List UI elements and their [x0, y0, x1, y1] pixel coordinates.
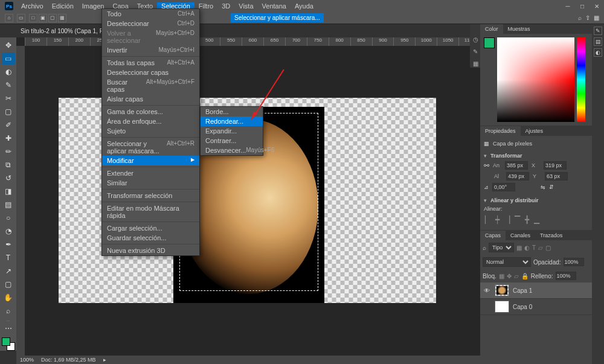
move-tool[interactable]: ✥ — [2, 39, 15, 51]
color-current-chip[interactable] — [484, 37, 495, 48]
brush-tool[interactable]: ✏ — [2, 145, 15, 158]
history-brush-tool[interactable]: ↺ — [2, 172, 15, 184]
color-field[interactable] — [497, 37, 574, 122]
layer-name-1[interactable]: Capa 1 — [513, 287, 532, 294]
menu-item[interactable]: Modificar▶ — [102, 156, 199, 165]
tab-paths[interactable]: Trazados — [535, 231, 567, 240]
blur-tool[interactable]: ○ — [2, 212, 15, 224]
filter-shape-icon[interactable]: ▱ — [538, 244, 543, 251]
menu-item[interactable]: DeseleccionarCtrl+D — [102, 19, 199, 28]
menu-ventana[interactable]: Ventana — [258, 2, 291, 10]
lock-pixels-icon[interactable]: ▦ — [499, 273, 504, 279]
gradient-tool[interactable]: ▤ — [2, 199, 15, 211]
zoom-tool[interactable]: ⌕ — [2, 305, 15, 317]
align-right-icon[interactable]: ▕ — [504, 216, 510, 224]
filter-pixel-icon[interactable]: ▦ — [516, 244, 522, 251]
submenu-item[interactable]: Expandir... — [201, 126, 263, 136]
opacity-input[interactable] — [564, 258, 584, 266]
width-input[interactable] — [505, 161, 528, 170]
learn-icon[interactable]: ✎ — [594, 27, 602, 35]
intersect-selection-icon[interactable]: ▦ — [58, 14, 66, 22]
healing-tool[interactable]: ✚ — [2, 132, 15, 144]
layer-row-1[interactable]: 👁 Capa 1 — [480, 283, 592, 299]
select-and-mask-button[interactable]: Seleccionar y aplicar máscara... — [231, 13, 324, 22]
layer-kind-select[interactable]: Tipo — [489, 243, 514, 252]
menu-item[interactable]: Todas las capasAlt+Ctrl+A — [102, 58, 199, 68]
layer-thumb-0[interactable] — [495, 301, 509, 313]
menu-item[interactable]: Cargar selección... — [102, 223, 199, 233]
blend-mode-select[interactable]: Normal — [483, 257, 531, 267]
hand-tool[interactable]: ✋ — [2, 292, 15, 304]
menu-item[interactable]: Seleccionar y aplicar máscara...Alt+Ctrl… — [102, 139, 199, 156]
tab-channels[interactable]: Canales — [506, 231, 535, 240]
menu-vista[interactable]: Vista — [234, 2, 257, 10]
menu-item[interactable]: Guardar selección... — [102, 233, 199, 243]
home-icon[interactable]: ⌂ — [5, 14, 13, 22]
quick-select-tool[interactable]: ✎ — [2, 79, 15, 91]
layer-row-0[interactable]: Capa 0 — [480, 299, 592, 315]
transform-section[interactable]: Transformar — [490, 153, 522, 159]
marquee-tool-preview[interactable]: ▭ — [17, 14, 25, 22]
history-icon[interactable]: ◷ — [471, 35, 480, 43]
marquee-tool[interactable]: ▭ — [2, 53, 15, 65]
align-vcenter-icon[interactable]: ╋ — [525, 216, 529, 224]
align-left-icon[interactable]: ▏ — [485, 216, 490, 224]
submenu-item[interactable]: Borde... — [201, 107, 263, 117]
menu-item[interactable]: Gama de colores... — [102, 107, 199, 117]
frame-tool[interactable]: ▢ — [2, 106, 15, 118]
path-tool[interactable]: ↗ — [2, 265, 15, 277]
tab-swatches[interactable]: Muestras — [503, 24, 535, 34]
layer-thumb-1[interactable] — [495, 284, 509, 296]
menu-item[interactable]: Nueva extrusión 3D — [102, 246, 199, 255]
brushes-icon[interactable]: ✎ — [471, 47, 480, 56]
status-arrow-icon[interactable]: ▸ — [103, 357, 106, 363]
menu-item[interactable]: Buscar capasAlt+Mayús+Ctrl+F — [102, 77, 199, 94]
lasso-tool[interactable]: ◐ — [2, 66, 15, 78]
libraries-icon[interactable]: ▦ — [471, 59, 480, 68]
submenu-item[interactable]: Contraer... — [201, 136, 263, 145]
align-bottom-icon[interactable]: ▁ — [534, 216, 539, 224]
menu-archivo[interactable]: Archivo — [17, 2, 48, 10]
menu-item[interactable]: Extender — [102, 168, 199, 178]
fill-input[interactable] — [556, 272, 576, 280]
angle-input[interactable] — [492, 183, 515, 191]
zoom-status[interactable]: 100% — [20, 357, 34, 363]
foreground-color-swatch[interactable] — [2, 337, 10, 346]
eyedropper-tool[interactable]: ✐ — [2, 119, 15, 131]
filter-kind-icon[interactable]: ⌕ — [483, 244, 486, 251]
menu-item[interactable]: Área de enfoque... — [102, 117, 199, 126]
libraries-icon[interactable]: ▤ — [594, 37, 602, 46]
menu-3d[interactable]: 3D — [217, 2, 234, 10]
filter-smart-icon[interactable]: ▢ — [545, 244, 551, 251]
menu-item[interactable]: TodoCtrl+A — [102, 9, 199, 19]
menu-edición[interactable]: Edición — [48, 2, 78, 10]
tab-adjustments[interactable]: Ajustes — [521, 126, 548, 136]
menu-item[interactable]: Aislar capas — [102, 94, 199, 104]
menu-ayuda[interactable]: Ayuda — [291, 2, 318, 10]
new-selection-icon[interactable]: □ — [29, 14, 37, 22]
menu-item[interactable]: Transformar selección — [102, 191, 199, 200]
flip-h-icon[interactable]: ⇋ — [541, 184, 545, 190]
menu-item[interactable]: InvertirMayús+Ctrl+I — [102, 45, 199, 55]
lock-all-icon[interactable]: 🔒 — [521, 273, 528, 279]
hue-slider[interactable] — [577, 37, 585, 122]
minimize-button[interactable]: ─ — [561, 0, 575, 12]
search-icon[interactable]: ⌕ — [578, 14, 582, 21]
menu-item[interactable]: Volver a seleccionarMayús+Ctrl+D — [102, 28, 199, 45]
shape-tool[interactable]: ▢ — [2, 278, 15, 290]
menu-item[interactable]: Deseleccionar capas — [102, 68, 199, 77]
pen-tool[interactable]: ✒ — [2, 238, 15, 251]
lock-artboard-icon[interactable]: ▱ — [514, 273, 519, 279]
visibility-icon[interactable]: 👁 — [484, 287, 491, 294]
layer-name-0[interactable]: Capa 0 — [513, 304, 532, 310]
crop-tool[interactable]: ✂ — [2, 92, 15, 104]
maximize-button[interactable]: □ — [575, 0, 590, 12]
filter-adjust-icon[interactable]: ◐ — [524, 244, 530, 251]
close-button[interactable]: ✕ — [590, 0, 604, 12]
type-tool[interactable]: T — [2, 252, 15, 264]
add-selection-icon[interactable]: ▣ — [39, 14, 47, 22]
tab-layers[interactable]: Capas — [480, 231, 506, 240]
height-input[interactable] — [506, 172, 529, 180]
eraser-tool[interactable]: ◨ — [2, 185, 15, 197]
tab-properties[interactable]: Propiedades — [480, 126, 521, 136]
